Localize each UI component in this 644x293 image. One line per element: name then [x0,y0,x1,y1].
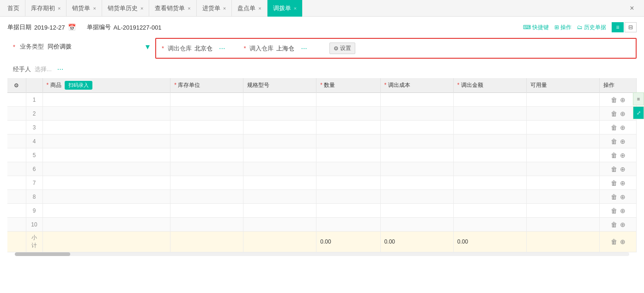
col-amount: * 调出金额 [453,78,526,93]
tab-inventory-init[interactable]: 库存期初 × [25,0,67,17]
date-field: 单据日期 2019-12-27 📅 [7,23,76,31]
copy-row-6[interactable]: ⊕ [620,165,626,173]
window-close-button[interactable]: × [626,2,638,15]
cell-spec-3 [243,121,316,134]
cell-product-10[interactable] [43,218,170,232]
side-tool-expand[interactable]: ⤢ [633,106,644,119]
calendar-icon[interactable]: 📅 [68,24,76,31]
copy-row-1[interactable]: ⊕ [620,96,626,104]
tab-sales-history[interactable]: 销货单历史 × [102,0,149,17]
delete-row-2[interactable]: 🗑 [611,110,617,117]
tab-inventory-check[interactable]: 盘点单 × [232,0,267,17]
tab-close-inventory-init[interactable]: × [58,6,61,11]
scroll-bar-area[interactable] [15,252,629,256]
cell-product-5[interactable] [43,148,170,162]
copy-row-5[interactable]: ⊕ [620,152,626,159]
col-gear[interactable]: ⚙ [7,78,26,93]
business-type-required-star: * [13,43,15,50]
tab-sales-order[interactable]: 销货单 × [67,0,102,17]
tab-home[interactable]: 首页 [2,0,25,17]
tab-purchase-order[interactable]: 进货单 × [197,0,232,17]
cell-spec-4 [243,134,316,148]
tab-close-transfer-order[interactable]: × [294,6,297,11]
cell-cost-4 [380,134,453,148]
layout-toggle: ≡ ⊟ [612,22,637,32]
cell-product-9[interactable] [43,204,170,218]
delete-row-4[interactable]: 🗑 [611,138,617,145]
delete-row-11[interactable]: 🗑 [611,238,617,245]
delete-row-3[interactable]: 🗑 [611,124,617,131]
cell-index-2: 2 [26,107,43,121]
shortcut-button[interactable]: ⌨ 快捷键 [523,24,549,31]
tab-transfer-order[interactable]: 调拨单 × [267,0,303,17]
delete-row-6[interactable]: 🗑 [611,165,617,173]
business-type-value: 同价调拨 [48,43,72,51]
operations-button[interactable]: ⊞ 操作 [554,24,571,31]
copy-row-7[interactable]: ⊕ [620,179,626,187]
col-index [26,78,43,93]
copy-row-8[interactable]: ⊕ [620,193,626,201]
cell-spec-11 [243,232,316,252]
business-type-dropdown[interactable]: ▾ [146,42,150,52]
cell-product-7[interactable] [43,176,170,190]
side-tool-list[interactable]: ≡ [633,92,644,105]
cell-product-4[interactable] [43,134,170,148]
copy-row-2[interactable]: ⊕ [620,110,626,117]
main-content: 单据日期 2019-12-27 📅 单据编号 AL-20191227-001 ⌨… [0,17,644,262]
transfer-out-label: 调出仓库 [168,44,192,53]
cell-product-1[interactable] [43,93,170,107]
cell-qty-2 [316,107,380,121]
scroll-bar-thumb[interactable] [15,252,70,256]
cell-cost-5 [380,148,453,162]
cell-gear-1 [7,93,26,107]
cell-cost-7 [380,176,453,190]
copy-row-9[interactable]: ⊕ [620,207,626,214]
scan-entry-button[interactable]: 扫码录入 [65,81,92,90]
layout-btn-list[interactable]: ≡ [612,22,624,32]
delete-row-1[interactable]: 🗑 [611,96,617,104]
cell-available-5 [526,148,599,162]
person-label: 经手人 [13,65,31,73]
cell-spec-6 [243,162,316,176]
copy-row-4[interactable]: ⊕ [620,138,626,145]
delete-row-5[interactable]: 🗑 [611,152,617,159]
delete-row-7[interactable]: 🗑 [611,179,617,187]
cell-index-6: 6 [26,162,43,176]
copy-row-3[interactable]: ⊕ [620,124,626,131]
delete-row-10[interactable]: 🗑 [611,221,617,228]
cell-amount-4 [453,134,526,148]
transfer-in-label: 调入仓库 [249,44,273,53]
col-product: * 商品 扫码录入 [43,78,170,93]
cell-product-3[interactable] [43,121,170,134]
settings-button[interactable]: ⚙ 设置 [329,43,355,54]
history-button[interactable]: 🗂 历史单据 [577,24,606,31]
cell-unit-10 [170,218,243,232]
tab-close-purchase-order[interactable]: × [223,6,226,11]
transfer-out-more[interactable]: ··· [219,44,225,53]
cell-gear-11 [7,232,26,252]
delete-row-8[interactable]: 🗑 [611,193,617,201]
cell-product-6[interactable] [43,162,170,176]
copy-row-11[interactable]: ⊕ [620,238,626,245]
copy-row-10[interactable]: ⊕ [620,221,626,228]
person-select[interactable]: 选择... [35,65,52,73]
person-more[interactable]: ··· [57,65,63,73]
tab-view-sales[interactable]: 查看销货单 × [149,0,196,17]
layout-btn-grid[interactable]: ⊟ [625,22,637,32]
transfer-in-more[interactable]: ··· [301,44,307,53]
cell-amount-9 [453,204,526,218]
tab-close-sales-history[interactable]: × [140,6,143,11]
delete-row-9[interactable]: 🗑 [611,207,617,214]
cell-gear-8 [7,190,26,204]
cell-available-3 [526,121,599,134]
tab-close-inventory-check[interactable]: × [258,6,261,11]
order-field: 单据编号 AL-20191227-001 [87,23,162,31]
tab-close-sales-order[interactable]: × [93,6,96,11]
cell-index-1: 1 [26,93,43,107]
cell-gear-3 [7,121,26,134]
cell-ops-10: 🗑⊕ [600,218,637,232]
tab-close-view-sales[interactable]: × [188,6,190,11]
cell-unit-2 [170,107,243,121]
cell-product-8[interactable] [43,190,170,204]
cell-product-2[interactable] [43,107,170,121]
